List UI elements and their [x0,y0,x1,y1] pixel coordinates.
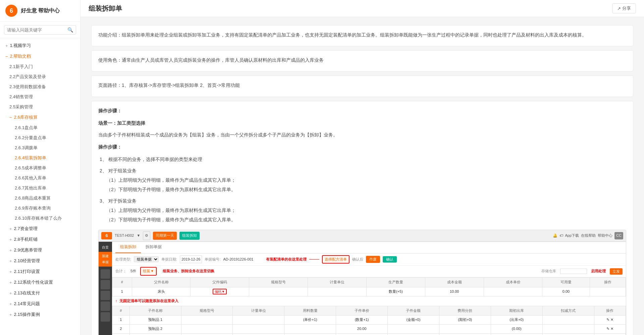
sidebar-item-partial[interactable]: 2.6.2分量盘点单 [15,133,80,143]
ctr1-no: 1 [112,316,130,325]
sidebar-item-mobile[interactable]: + 2.8手机旺铺 [9,234,80,245]
annotation-nofixed-text: 无固定清单可以随意添加在这里录入 [119,298,178,304]
sidebar-item-coupon[interactable]: + 2.9优惠券管理 [9,245,80,256]
td-1-unit [308,287,367,296]
th-no: # [112,278,132,287]
new-order-nav: 新建单据 [99,252,112,267]
td-1-cost: 10.00 [425,287,484,296]
sidebar-item-faq[interactable]: + 2.14常见问题 [9,298,80,309]
th-spec: 规格型号 [249,278,308,287]
plus-icon-pay: + [9,291,12,296]
sidebar-item-inventory-label: 2.6库存核算 [14,114,38,120]
logo-icon: 6 [5,5,17,17]
helpcenter-link: 帮助中心 [598,232,612,239]
tab-inactive[interactable]: 拆卸单据 [141,242,166,253]
sidebar-item-docs[interactable]: − 2.帮助文档 [0,51,80,62]
path-card: 页面路径：1、库存核算->库存管理->组装拆卸单 2、首页->常用功能 [91,75,633,97]
ctr1-op: ✎ ✕ [594,316,626,325]
td-1-no: 1 [112,287,132,296]
sidebar-item-inventory[interactable]: − 2.6库存核算 [9,112,80,123]
screenshot-container: 6 TEST-H002 ▼ ⚙ 同期第一天 组装拆卸 🔔 🏷 App下载 在线帮… [98,230,626,335]
mock-parent-table: # 父件名称 父件编码 规格型号 计量单位 生产数量 成本金额 成本单价 可用量 [112,277,626,296]
mock-sidebar: 自贡 新建单据 [99,242,112,335]
num-value: AD-20191226-001 [223,256,253,263]
search-area: 🔍 [0,22,80,38]
mock-child-table: # 子件名称 规格型号 计量单位 用料数量 子件单价 子件金额 费用分担 期初出 [112,306,626,335]
sidebar-item-cost[interactable]: 2.6.5成本调整单 [15,163,80,173]
search-input[interactable] [7,27,67,33]
operations-title: 操作步骤： [98,107,626,115]
assembly-btn[interactable]: 组装拆卸 [179,232,200,240]
bell-icon: 🔔 [553,232,557,239]
cth-op: 操作 [594,306,626,316]
logo-text: 好生意 帮助中心 [21,7,60,14]
th-unit: 计量单位 [308,278,367,287]
plus-icon: + [5,43,8,48]
sidebar-item-assembly[interactable]: 2.6.4组装拆卸单 [15,153,80,163]
step-2: 2、 对于组装业务 （1）上部明细为父件明细，最终作为产成品生成其它入库单； （… [98,166,626,194]
select-bom-btn[interactable]: 选择配方清单 [322,255,350,264]
confirm-btn[interactable]: 确认 [383,256,397,263]
mock-tabs: 组装拆卸 拆卸单据 [112,242,626,254]
arrow-line-1 [309,259,319,260]
sidebar-item-otherinbound[interactable]: 2.6.6其他入库单 [15,173,80,183]
annotation-bom: 有装配清单的在这里处理 [266,256,307,263]
scenario1-desc: 当由多个子件材料组装成一个成品的业务为【组装】业务，当由一个父件拆分成多个子产品… [98,130,626,139]
type-select[interactable]: 组装单据 拆卸单据 [134,256,159,262]
period-btn[interactable]: 同期第一天 [153,232,177,240]
sidebar-item-install[interactable]: 2.2产品安装及登录 [9,72,80,82]
annotation-nofixed: ↑ 无固定清单可以随意添加在这里录入 [112,296,626,306]
cth-unit: 计量单位 [233,306,284,316]
ctr2-outbound: (0.00) [491,325,542,334]
num-label: 单据编号: [205,256,220,263]
sidebar-item-videos[interactable]: + 1.视频学习 [0,40,80,51]
storage-input[interactable] [560,269,587,274]
date-label: 单据日期: [161,256,177,263]
search-icon[interactable]: 🔍 [67,27,73,33]
sidebar-item-stocktake[interactable]: 2.6.1盘点单 [15,123,80,133]
operations-card: 操作步骤： 场景一：加工类型选择 当由多个子件材料组装成一个成品的业务为【组装】… [91,101,633,335]
share-button[interactable]: ↗ 分享 [612,3,636,13]
total-value: 5件 [130,268,136,275]
screenshot-topbar-right: 🔔 🏷 App下载 在线帮助 帮助中心 CC [553,232,623,239]
ctr1-price: (数量+1) [336,316,388,325]
sidebar-icon-4 [101,301,110,311]
mock-parent-table-wrap: # 父件名称 父件编码 规格型号 计量单位 生产数量 成本金额 成本单价 可用量 [112,277,626,296]
sidebar-item-prepare[interactable]: 2.3使用前数据准备 [9,82,80,92]
sidebar: 6 好生意 帮助中心 🔍 + 1.视频学习 − 2.帮助文档 2.1新手入门 2… [0,0,80,335]
type-switch[interactable]: 组装▼ [140,267,157,276]
ctr1-spec [181,316,233,325]
sidebar-item-stockerror[interactable]: 2.6.10库存账本错了么办 [15,213,80,223]
sidebar-item-stockcheck[interactable]: 2.6.9库存账本查询 [15,203,80,213]
sidebar-item-onlinepay[interactable]: + 2.13在线支付 [9,288,80,298]
plus-icon-print: + [9,269,12,274]
code-highlight: 编码▼ [213,289,227,294]
sidebar-item-capital[interactable]: + 2.7资金管理 [9,223,80,234]
sidebar-item-purchase[interactable]: 2.5采购管理 [9,102,80,112]
sidebar-item-otheroutbound[interactable]: 2.6.7其他出库单 [15,183,80,193]
sidebar-item-newcomer[interactable]: 2.1新手入门 [9,62,80,72]
mock-child-table-wrap: # 子件名称 规格型号 计量单位 用料数量 子件单价 子件金额 费用分担 期初出 [112,306,626,335]
tab-assembly[interactable]: 组装拆卸 [115,242,141,253]
total-label: 合计： [115,268,126,275]
sidebar-item-transfer[interactable]: 2.6.3调拨单 [15,143,80,153]
tag-icon: 🏷 [559,232,563,239]
intro-text: 功能介绍：组装拆卸单用来处理企业组装或拆卸等加工业务，支持有固定装配清单的产品加… [98,31,626,39]
sidebar-item-sales[interactable]: 2.4销售管理 [9,92,80,102]
sidebar-item-ops[interactable]: + 2.10经营管理 [9,256,80,266]
minus-icon: − [5,54,8,59]
cth-qty: 用料数量 [284,306,336,316]
ctr1-method [542,316,594,325]
sidebar-item-sysconfig[interactable]: + 2.12系统个性化设置 [9,277,80,288]
sidebar-item-print[interactable]: + 2.11打印设置 [9,266,80,277]
start-btn[interactable]: 立发 [610,268,623,275]
child-row-2: 2 预制品 2 20.00 (0.00) [112,325,626,334]
home-nav: 自贡 [99,243,112,252]
ctr2-name: 预制品 2 [129,325,181,334]
sidebar-item-goodscost[interactable]: 2.6.8商品成本重算 [15,193,80,203]
cth-share: 费用分担 [439,306,491,316]
plus-icon-ops: + [9,259,12,264]
abandon-btn[interactable]: 作废 [366,256,380,263]
sidebar-item-cases[interactable]: + 2.15操作案例 [9,309,80,320]
scenario1-title: 场景一：加工类型选择 [98,119,626,127]
